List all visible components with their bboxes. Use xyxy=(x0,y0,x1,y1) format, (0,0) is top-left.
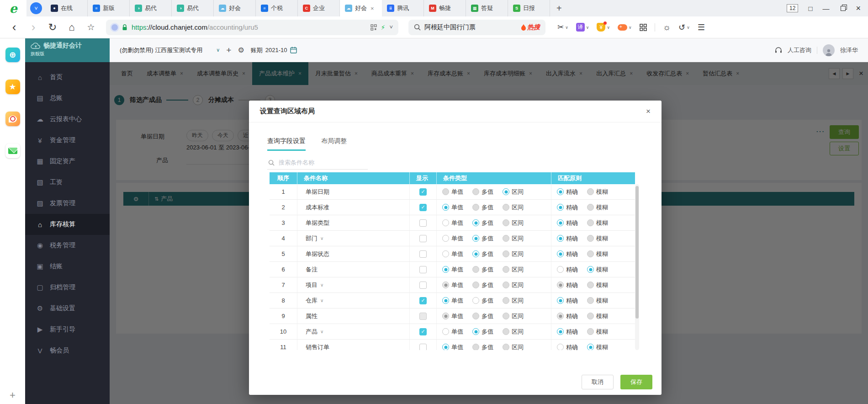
browser-pinned-icon[interactable]: ˅ xyxy=(30,2,42,14)
sidebar-item-member[interactable]: V畅会员 xyxy=(25,340,110,361)
sidebar-item-closing[interactable]: ▣结账 xyxy=(25,256,110,277)
show-checkbox[interactable] xyxy=(419,235,427,242)
browser-logo[interactable]: e xyxy=(0,0,26,16)
window-close-button[interactable]: × xyxy=(856,4,861,13)
condition-search-field[interactable]: 搜索条件名称 xyxy=(267,156,368,170)
radio-condition-type[interactable] xyxy=(472,235,479,242)
sidebar-item-report[interactable]: ☁云报表中心 xyxy=(25,109,110,130)
chevron-down-icon[interactable]: ∨ xyxy=(320,329,323,334)
radio-match-rule[interactable] xyxy=(557,266,564,273)
browser-tab[interactable]: ☁好会 xyxy=(214,0,256,16)
search-query-text[interactable]: 阿根廷中国行门票 xyxy=(424,23,517,32)
show-checkbox[interactable]: ✓ xyxy=(419,328,427,335)
show-checkbox[interactable] xyxy=(419,219,427,227)
support-link[interactable]: 人工咨询 xyxy=(788,46,811,54)
browser-search-box[interactable]: 阿根廷中国行门票 热搜 xyxy=(408,20,545,35)
radio-condition-type[interactable] xyxy=(442,344,449,350)
company-selector[interactable]: (勿删勿禁用) 江西服宝测试专用 ∨ xyxy=(120,46,220,54)
browser-tab[interactable]: C企业 xyxy=(298,0,340,16)
browser-tab[interactable]: ◑易代 xyxy=(172,0,214,16)
sidebar-item-fund[interactable]: ¥资金管理 xyxy=(25,130,110,151)
url-dropdown-icon[interactable]: ˅ xyxy=(389,24,393,31)
dock-mail-app-icon[interactable] xyxy=(5,144,20,158)
bookmark-star-button[interactable]: ☆ xyxy=(83,22,99,32)
apps-grid-button[interactable] xyxy=(640,24,647,31)
browser-tab[interactable]: ≡新版 xyxy=(88,0,130,16)
sidebar-item-inventory[interactable]: ⌂库存核算 xyxy=(25,214,110,235)
dock-favorites-app-icon[interactable]: ★ xyxy=(5,80,20,94)
dock-weibo-app-icon[interactable] xyxy=(5,112,20,126)
radio-condition-type[interactable] xyxy=(442,328,449,335)
radio-match-rule[interactable] xyxy=(557,297,564,304)
show-checkbox[interactable] xyxy=(419,250,427,258)
user-avatar[interactable] xyxy=(823,44,835,56)
tab-close-icon[interactable]: × xyxy=(370,5,374,12)
browser-tab[interactable]: S日报 xyxy=(508,0,550,16)
screenshot-scissors-button[interactable]: ✂∨ xyxy=(557,22,568,32)
accounting-period[interactable]: 账期 2021-10 xyxy=(251,46,297,54)
radio-match-rule[interactable] xyxy=(557,219,564,226)
radio-condition-type[interactable] xyxy=(442,204,449,211)
sidebar-item-tax[interactable]: ◉税务管理 xyxy=(25,235,110,256)
browser-tab[interactable]: ▦答疑 xyxy=(466,0,508,16)
sidebar-item-settings[interactable]: ⚙基础设置 xyxy=(25,298,110,319)
radio-match-rule[interactable] xyxy=(557,204,564,211)
radio-match-rule[interactable] xyxy=(587,266,594,273)
dock-add-button[interactable]: + xyxy=(0,389,25,401)
maximize-button[interactable]: □ xyxy=(808,5,812,12)
radio-condition-type[interactable] xyxy=(442,297,449,304)
dialog-tab[interactable]: 查询字段设置 xyxy=(267,137,306,151)
radio-condition-type[interactable] xyxy=(472,297,479,304)
table-scrollbar[interactable] xyxy=(635,184,639,350)
show-checkbox[interactable] xyxy=(419,282,427,289)
wallet-shield-button[interactable]: ¥∨ xyxy=(597,23,610,32)
radio-condition-type[interactable] xyxy=(472,219,479,226)
minimize-button[interactable]: — xyxy=(822,5,829,12)
scrollbar-thumb[interactable] xyxy=(635,186,639,319)
sidebar-item-guide[interactable]: ▶新手引导 xyxy=(25,319,110,340)
cancel-button[interactable]: 取消 xyxy=(582,375,614,389)
show-checkbox[interactable] xyxy=(419,344,427,351)
reload-button[interactable]: ↻ xyxy=(45,21,60,33)
tab-counter[interactable]: 12 xyxy=(787,4,798,12)
save-button[interactable]: 保存 xyxy=(620,375,652,389)
radio-condition-type[interactable] xyxy=(503,188,509,195)
show-checkbox[interactable]: ✓ xyxy=(419,188,427,196)
radio-match-rule[interactable] xyxy=(557,328,564,335)
chevron-down-icon[interactable]: ∨ xyxy=(320,298,323,303)
translate-button[interactable]: 译∨ xyxy=(576,23,589,32)
browser-tab[interactable]: ◑易代 xyxy=(130,0,172,16)
address-bar[interactable]: https://cloud.chanjet.com/accounting/uru… xyxy=(106,20,398,35)
browser-tab[interactable]: ii腾讯 xyxy=(382,0,424,16)
browser-tab[interactable]: ☁好会× xyxy=(340,0,382,16)
duplicate-window-icon[interactable] xyxy=(841,6,846,11)
radio-condition-type[interactable] xyxy=(442,266,449,273)
forward-button[interactable]: › xyxy=(26,20,41,34)
dialog-tab[interactable]: 布局调整 xyxy=(321,137,347,151)
radio-condition-type[interactable] xyxy=(442,250,449,257)
chevron-down-icon[interactable]: ∨ xyxy=(320,282,323,287)
hot-search-tag[interactable]: 热搜 xyxy=(521,23,540,32)
game-center-button[interactable]: ∨ xyxy=(618,24,632,31)
show-checkbox[interactable] xyxy=(419,266,427,273)
sidebar-item-invoice[interactable]: ▨发票管理 xyxy=(25,193,110,214)
url-text[interactable]: https://cloud.chanjet.com/accounting/uru… xyxy=(132,23,366,31)
back-button[interactable]: ‹ xyxy=(6,20,22,34)
sidebar-item-archive[interactable]: ▢归档管理 xyxy=(25,277,110,298)
add-account-button[interactable]: + xyxy=(226,45,231,55)
undo-closed-tab-button[interactable]: ↺∨ xyxy=(678,22,690,32)
sidebar-item-salary[interactable]: ▧工资 xyxy=(25,172,110,193)
quick-access-bolt-icon[interactable]: ⚡ xyxy=(381,24,386,31)
chevron-down-icon[interactable]: ∨ xyxy=(320,236,323,241)
sidebar-item-asset[interactable]: ▦固定资产 xyxy=(25,151,110,172)
show-checkbox[interactable]: ✓ xyxy=(419,204,427,211)
new-tab-button[interactable]: + xyxy=(550,3,568,14)
home-button[interactable]: ⌂ xyxy=(64,21,79,33)
radio-match-rule[interactable] xyxy=(587,344,594,350)
radio-condition-type[interactable] xyxy=(442,235,449,242)
browser-menu-button[interactable]: ☰ xyxy=(698,22,705,32)
radio-match-rule[interactable] xyxy=(557,235,564,242)
sidebar-item-home[interactable]: ⌂首页 xyxy=(25,67,110,88)
browser-tab[interactable]: M畅捷 xyxy=(424,0,466,16)
radio-match-rule[interactable] xyxy=(557,344,564,350)
